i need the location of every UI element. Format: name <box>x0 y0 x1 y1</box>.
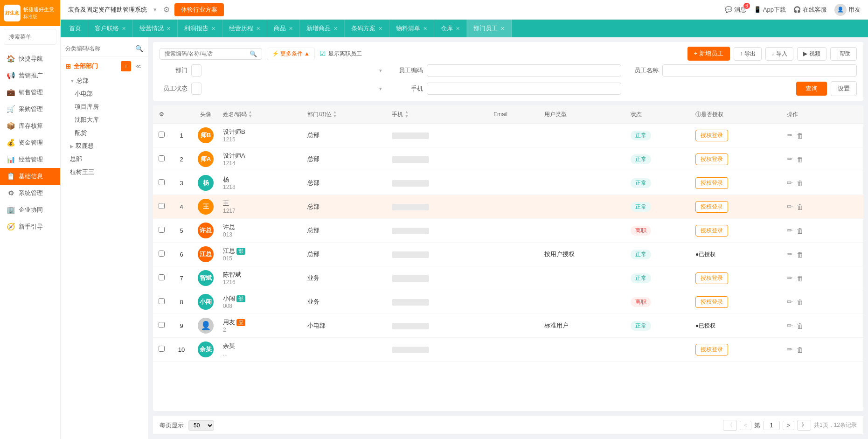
edit-button[interactable]: ✏ <box>787 202 793 211</box>
col-dept-position[interactable]: 部门/职位 ▲▼ <box>303 105 387 124</box>
row-checkbox[interactable] <box>153 171 170 195</box>
row-checkbox[interactable] <box>153 219 170 243</box>
app-download-button[interactable]: 📱 App下载 <box>754 6 786 14</box>
col-name-code[interactable]: 姓名/编码 ▲▼ <box>218 105 303 124</box>
trial-button[interactable]: 体验行业方案 <box>174 3 224 16</box>
tab-materials[interactable]: 物料清单 ✕ <box>389 20 434 37</box>
sidebar-item-inventory[interactable]: 📦 库存核算 <box>0 118 60 134</box>
tree-node-shenyang[interactable]: 沈阳大库 <box>61 113 148 126</box>
auth-login-button[interactable]: 授权登录 <box>695 177 728 189</box>
delete-button[interactable]: 🗑 <box>797 322 804 330</box>
tree-node-distribution[interactable]: 配货 <box>61 126 148 139</box>
delete-button[interactable]: 🗑 <box>797 274 804 282</box>
user-menu-button[interactable]: 👤 用友 <box>834 4 861 16</box>
more-conditions-button[interactable]: ⚡ 更多条件 ▲ <box>267 48 315 60</box>
tab-customers[interactable]: 客户联络 ✕ <box>88 20 133 37</box>
col-setting[interactable]: ⚙ <box>153 105 170 124</box>
auth-login-button[interactable]: 授权登录 <box>695 344 728 355</box>
delete-button[interactable]: 🗑 <box>797 179 804 187</box>
view-button[interactable]: ▶ 视频 <box>797 47 826 61</box>
row-checkbox-input[interactable] <box>159 179 165 185</box>
tree-node-project[interactable]: 项目库房 <box>61 100 148 113</box>
edit-button[interactable]: ✏ <box>787 155 793 163</box>
auth-login-button[interactable]: 授权登录 <box>695 225 728 237</box>
phone-input[interactable] <box>427 83 621 95</box>
edit-button[interactable]: ✏ <box>787 345 793 354</box>
tab-profit-close[interactable]: ✕ <box>211 26 215 32</box>
sidebar-item-operations[interactable]: 📊 经营管理 <box>0 151 60 168</box>
auth-login-button[interactable]: 授权登录 <box>695 201 728 213</box>
tree-search-box[interactable]: 🔍 <box>61 41 148 56</box>
tab-staff[interactable]: 部门员工 ✕ <box>467 20 512 37</box>
tree-node-general-hq[interactable]: ▼ 总部 <box>61 74 148 87</box>
edit-button[interactable]: ✏ <box>787 321 793 330</box>
name-code-sort[interactable]: 姓名/编码 ▲▼ <box>223 110 298 118</box>
row-checkbox-input[interactable] <box>159 274 165 280</box>
tree-search-input[interactable] <box>65 45 135 52</box>
delete-button[interactable]: 🗑 <box>797 155 804 163</box>
edit-button[interactable]: ✏ <box>787 274 793 282</box>
add-employee-button[interactable]: + 新增员工 <box>687 47 730 61</box>
sidebar-item-purchase[interactable]: 🛒 采购管理 <box>0 101 60 118</box>
per-page-select[interactable]: 50 100 <box>188 420 214 431</box>
row-checkbox-input[interactable] <box>159 132 165 138</box>
dept-select[interactable] <box>191 64 201 77</box>
tab-goods-close[interactable]: ✕ <box>289 26 293 32</box>
row-checkbox[interactable] <box>153 124 170 147</box>
row-checkbox[interactable] <box>153 266 170 290</box>
sidebar-item-guide[interactable]: 🧭 新手引导 <box>0 218 60 235</box>
tab-new-goods[interactable]: 新增商品 ✕ <box>300 20 345 37</box>
row-checkbox-input[interactable] <box>159 227 165 233</box>
tab-history-close[interactable]: ✕ <box>256 26 260 32</box>
tab-history[interactable]: 经营历程 ✕ <box>222 20 267 37</box>
auth-login-button[interactable]: 授权登录 <box>695 272 728 284</box>
tree-node-shuanglu[interactable]: ▶ 双鹿想 <box>61 139 148 153</box>
delete-button[interactable]: 🗑 <box>797 227 804 235</box>
sidebar-item-quick-nav[interactable]: 🏠 快捷导航 <box>0 50 60 67</box>
tree-node-zhushu[interactable]: 植树王三 <box>61 166 148 179</box>
tab-warehouse[interactable]: 仓库 ✕ <box>434 20 467 37</box>
sidebar-item-sales[interactable]: 💼 销售管理 <box>0 84 60 101</box>
tab-operations-close[interactable]: ✕ <box>167 26 171 32</box>
settings-gear-icon[interactable]: ⚙ <box>163 5 170 14</box>
online-service-button[interactable]: 🎧 在线客服 <box>793 6 827 14</box>
delete-button[interactable]: 🗑 <box>797 203 804 211</box>
dept-sort[interactable]: 部门/职位 ▲▼ <box>307 110 382 118</box>
col-phone[interactable]: 手机 ▲▼ <box>387 105 489 124</box>
tab-materials-close[interactable]: ✕ <box>423 26 427 32</box>
last-page-button[interactable]: 》 <box>797 420 811 431</box>
row-checkbox[interactable] <box>153 147 170 171</box>
tab-new-goods-close[interactable]: ✕ <box>333 26 338 32</box>
show-departed-checkbox[interactable]: ☑ 显示离职员工 <box>319 49 362 58</box>
sidebar-item-enterprise[interactable]: 🏢 企业协同 <box>0 202 60 218</box>
delete-button[interactable]: 🗑 <box>797 251 804 258</box>
row-checkbox[interactable] <box>153 338 170 362</box>
row-checkbox[interactable] <box>153 243 170 266</box>
help-button[interactable]: | 帮助 <box>830 47 857 61</box>
prev-page-button[interactable]: < <box>740 421 751 430</box>
tab-barcode-close[interactable]: ✕ <box>378 26 382 32</box>
row-checkbox[interactable] <box>153 290 170 314</box>
export-button[interactable]: ↑ 导出 <box>734 47 762 61</box>
tree-add-btn[interactable]: + <box>121 61 131 71</box>
messages-button[interactable]: 💬 6 消息 <box>725 6 746 14</box>
edit-button[interactable]: ✏ <box>787 250 793 258</box>
delete-button[interactable]: 🗑 <box>797 298 804 306</box>
row-checkbox[interactable] <box>153 195 170 219</box>
row-checkbox[interactable] <box>153 314 170 338</box>
emp-code-input[interactable] <box>427 64 621 77</box>
delete-button[interactable]: 🗑 <box>797 132 804 139</box>
next-page-button[interactable]: > <box>783 421 794 430</box>
tab-barcode[interactable]: 条码方案 ✕ <box>345 20 389 37</box>
import-button[interactable]: ↓ 导入 <box>765 47 793 61</box>
reset-button[interactable]: 设置 <box>831 81 857 96</box>
auth-login-button[interactable]: 授权登录 <box>695 153 728 165</box>
tree-node-xiaodibu[interactable]: 小电部 <box>61 87 148 100</box>
row-checkbox-input[interactable] <box>159 298 165 304</box>
first-page-button[interactable]: 《 <box>723 420 737 431</box>
row-checkbox-input[interactable] <box>159 155 165 161</box>
current-page-input[interactable] <box>763 421 780 430</box>
tab-operations[interactable]: 经营情况 ✕ <box>133 20 178 37</box>
sidebar-item-system[interactable]: ⚙ 系统管理 <box>0 185 60 202</box>
emp-name-input[interactable] <box>662 64 857 77</box>
